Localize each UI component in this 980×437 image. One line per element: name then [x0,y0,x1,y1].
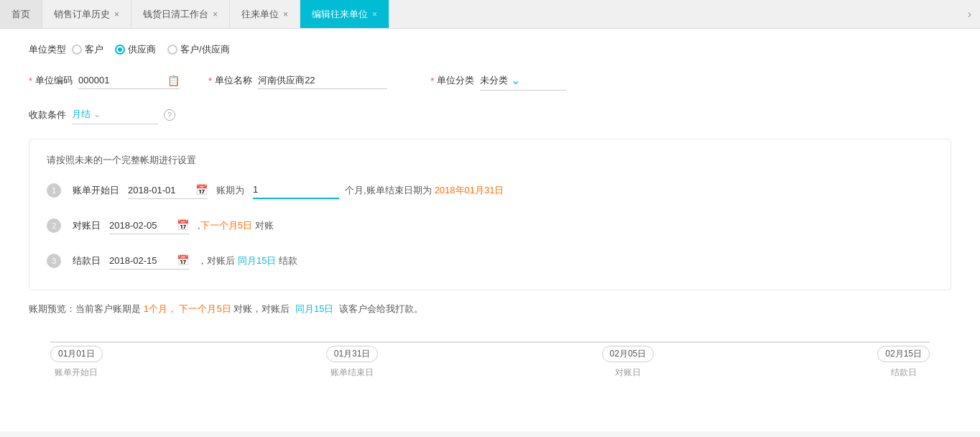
main-content: 单位类型 客户 供应商 客户/供应商 * 单位编码 📋 * 单位名称 * [0,29,980,431]
payment-terms-row: 收款条件 月结 ⌄ ? [29,105,951,124]
tab-home[interactable]: 首页 [0,0,42,28]
preview-suffix: 该客户会给我打款。 [339,303,423,314]
reconcile-date-input[interactable] [109,220,174,231]
unit-category-label: 单位分类 [437,74,474,87]
node-label-2: 对账日 [615,367,641,379]
tab-bar: 首页 销售订单历史 × 钱货日清工作台 × 往来单位 × 编辑往来单位 × › [0,0,980,29]
preview-reconcile: 下一个月5日 [179,303,231,314]
radio-customer-circle [72,45,82,55]
unit-name-label: 单位名称 [215,74,252,87]
preview-text: 账期预览：当前客户账期是 1个月， 下一个月5日 对账，对账后 同月15日 该客… [29,302,951,317]
calendar-icon-start[interactable]: 📅 [195,184,208,196]
unit-category-value: 未分类 [480,74,508,87]
row-payment: 3 结款日 📅 ，对账后 同月15日 结款 [47,252,933,270]
row-account-start: 1 账单开始日 📅 账期为 个月,账单结束日期为 2018年01月31日 [47,181,933,199]
tab-more-button[interactable]: › [959,8,980,21]
radio-both-label: 客户/供应商 [180,43,230,56]
section-instruction: 请按照未来的一个完整帐期进行设置 [47,154,933,167]
timeline-nodes: 01月01日 账单开始日 01月31日 账单结束日 02月05日 对账日 02月… [50,346,930,379]
reconcile-date-input-wrapper: 📅 [109,216,189,234]
field-label-start: 账单开始日 [73,184,119,197]
row-number-3: 3 [47,254,61,268]
timeline: 01月01日 账单开始日 01月31日 账单结束日 02月05日 对账日 02月… [29,331,951,379]
tab-edit-partner-close[interactable]: × [372,9,377,19]
end-date-highlight: 2018年01月31日 [435,184,504,197]
preview-middle: 对账，对账后 [234,303,290,314]
reconcile-suffix: 对账 [255,219,274,232]
unit-type-row: 单位类型 客户 供应商 客户/供应商 [29,43,951,56]
node-label-3: 结款日 [891,367,917,379]
unit-code-input[interactable] [78,72,165,88]
unit-name-required: * [208,75,212,86]
row-number-2: 2 [47,218,61,233]
payment-terms-dropdown[interactable]: 月结 ⌄ [72,105,158,124]
reconcile-next-month-highlight: 下一个月5日 [200,219,252,232]
field-label-reconcile: 对账日 [73,219,101,232]
payment-terms-arrow-icon: ⌄ [93,109,101,119]
payment-suffix: 结款 [279,254,297,267]
timeline-line [50,341,930,343]
tab-partner-close[interactable]: × [283,9,288,19]
tab-cash-work-close[interactable]: × [213,9,218,19]
period-suffix-text: 个月,账单结束日期为 [345,184,432,197]
radio-customer[interactable]: 客户 [72,43,103,56]
payment-terms-label: 收款条件 [29,109,66,121]
node-label-1: 账单结束日 [330,367,374,379]
start-date-input[interactable] [128,185,193,196]
unit-category-required: * [430,75,434,86]
payment-terms-value: 月结 [72,108,91,121]
node-badge-0: 01月01日 [50,346,103,362]
node-badge-2: 02月05日 [602,346,655,362]
calendar-icon-payment[interactable]: 📅 [177,254,189,266]
radio-both-circle [167,45,177,55]
node-badge-1: 01月31日 [326,346,379,362]
unit-name-input[interactable] [258,72,387,89]
period-settings-box: 请按照未来的一个完整帐期进行设置 1 账单开始日 📅 账期为 个月,账单结束日期… [29,139,951,290]
timeline-node-2: 02月05日 对账日 [602,346,655,379]
preview-period: 1个月， [144,303,177,314]
tab-edit-partner-label: 编辑往来单位 [312,8,368,21]
tab-home-label: 首页 [11,8,30,21]
node-badge-3: 02月15日 [877,346,930,362]
radio-customer-label: 客户 [85,43,103,56]
tab-partner[interactable]: 往来单位 × [230,0,300,28]
preview-payment: 同月15日 [295,303,333,314]
row-reconcile: 2 对账日 📅 , 下一个月5日 对账 [47,216,933,234]
payment-date-input[interactable] [109,255,174,266]
payment-date-input-wrapper: 📅 [109,252,189,270]
field-label-payment: 结款日 [73,254,101,267]
tab-cash-work-label: 钱货日清工作台 [143,8,208,21]
start-date-input-wrapper: 📅 [128,181,208,199]
help-icon[interactable]: ? [164,109,175,121]
timeline-node-0: 01月01日 账单开始日 [50,346,103,379]
unit-code-required: * [29,75,32,86]
row-number-1: 1 [47,183,61,198]
unit-code-input-wrapper: 📋 [78,72,180,89]
payment-prefix: ，对账后 [198,254,235,267]
timeline-node-3: 02月15日 结款日 [877,346,930,379]
preview-prefix: 账期预览：当前客户账期是 [29,303,141,314]
payment-same-month-highlight: 同月15日 [238,254,276,267]
unit-category-dropdown[interactable]: 未分类 ⌄ [480,70,566,91]
radio-supplier-circle [115,45,125,55]
calendar-icon-reconcile[interactable]: 📅 [177,219,189,231]
radio-supplier[interactable]: 供应商 [115,43,156,56]
node-label-0: 账单开始日 [55,367,98,379]
calendar-icon-code[interactable]: 📋 [167,75,180,86]
tab-sales-history[interactable]: 销售订单历史 × [42,0,131,28]
unit-type-label: 单位类型 [29,43,66,56]
tab-partner-label: 往来单位 [241,8,279,21]
radio-supplier-label: 供应商 [128,43,156,56]
unit-info-row: * 单位编码 📋 * 单位名称 * 单位分类 未分类 ⌄ [29,70,951,91]
timeline-node-1: 01月31日 账单结束日 [326,346,379,379]
unit-code-label: 单位编码 [35,74,73,87]
tab-edit-partner[interactable]: 编辑往来单位 × [300,0,389,28]
unit-category-arrow-icon: ⌄ [511,73,520,87]
tab-sales-history-label: 销售订单历史 [54,8,110,21]
tab-cash-work[interactable]: 钱货日清工作台 × [131,0,230,28]
tab-sales-history-close[interactable]: × [114,9,119,19]
radio-both[interactable]: 客户/供应商 [167,43,230,56]
unit-type-radio-group: 客户 供应商 客户/供应商 [72,43,230,56]
period-value-input[interactable] [253,181,339,199]
period-prefix: 账期为 [216,184,244,197]
